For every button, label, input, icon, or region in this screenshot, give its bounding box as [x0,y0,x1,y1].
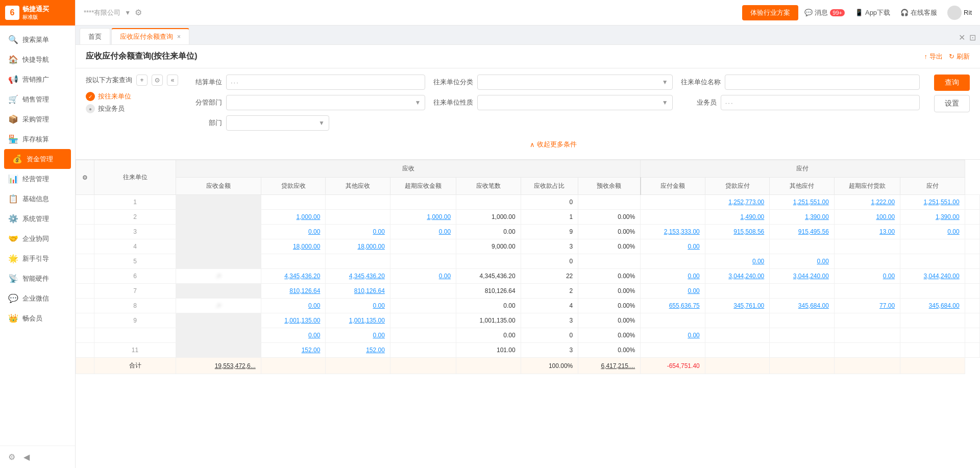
tab-maximize-icon[interactable]: ⊡ [969,33,976,42]
partner-category-input[interactable]: ▼ [477,75,672,90]
data-cell[interactable] [770,284,835,299]
data-cell[interactable] [390,195,456,210]
tab-receivable-payable[interactable]: 应收应付余额查询 × [111,28,189,44]
data-cell[interactable]: 18,000.00 [261,239,326,254]
data-cell[interactable] [834,343,900,358]
messages-button[interactable]: 💬 消息 99+ [804,8,845,17]
filter-collapse-button[interactable]: « [167,75,178,86]
sidebar-item-hardware[interactable]: 📡 智能硬件 [0,268,75,288]
data-cell[interactable] [770,328,835,343]
data-cell[interactable] [834,254,900,269]
data-cell[interactable]: 152.00 [261,343,326,358]
filter-option-salesman[interactable]: ● 按业务员 [86,104,125,113]
data-cell[interactable]: 915,495.56 [770,225,835,239]
sidebar-item-guide[interactable]: 🌟 新手引导 [0,249,75,268]
data-cell[interactable] [770,343,835,358]
data-cell[interactable] [705,313,770,328]
user-profile[interactable]: Rit [947,6,972,20]
footer-recv-amount[interactable]: 19,553,472,6... [176,358,261,374]
data-cell[interactable]: 2,153,333.00 [641,225,705,239]
sidebar-item-wechat[interactable]: 💬 企业微信 [0,288,75,308]
tab-home[interactable]: 首页 [80,28,110,44]
data-cell[interactable]: 0.00 [390,269,456,284]
data-cell[interactable] [900,343,965,358]
sidebar-item-search[interactable]: 🔍 搜索菜单 [0,30,75,50]
filter-collapse-toggle[interactable]: ∧ 收起更多条件 [186,136,920,153]
data-cell[interactable]: 345,684.00 [900,299,965,313]
sidebar-item-inventory[interactable]: 🏪 库存核算 [0,129,75,149]
sidebar-item-marketing[interactable]: 📢 营销推广 [0,69,75,89]
refresh-button[interactable]: ↻ 刷新 [949,52,970,61]
data-cell[interactable]: 1,000.00 [261,210,326,225]
filter-settings-button[interactable]: ⊙ [152,75,163,86]
data-cell[interactable] [900,284,965,299]
data-cell[interactable] [326,254,390,269]
export-button[interactable]: ↑ 导出 [924,52,943,61]
data-cell[interactable]: 345,761.00 [705,299,770,313]
data-cell[interactable] [641,254,705,269]
data-cell[interactable]: 4,345,436.20 [326,269,390,284]
data-cell[interactable]: 3,044,240.00 [770,269,835,284]
table-area[interactable]: ⚙ 往来单位 应收 应付 应收金额 贷款应收 其他应收 超期应收金额 应收笔数 … [76,160,980,468]
data-cell[interactable] [261,195,326,210]
sidebar-item-basic-info[interactable]: 📋 基础信息 [0,189,75,209]
data-cell[interactable]: 810,126.64 [326,284,390,299]
data-cell[interactable] [834,239,900,254]
sidebar-item-quick-nav[interactable]: 🏠 快捷导航 [0,50,75,69]
salesman-input[interactable]: ··· [721,95,920,110]
collapse-sidebar-icon[interactable]: ◀ [23,452,30,462]
data-cell[interactable]: 1,252,773.00 [705,195,770,210]
data-cell[interactable]: 77.00 [834,299,900,313]
data-cell[interactable]: 915,508.56 [705,225,770,239]
sidebar-item-sales[interactable]: 🛒 销售管理 [0,89,75,109]
data-cell[interactable]: 0.00 [390,225,456,239]
data-cell[interactable]: 1,490.00 [705,210,770,225]
data-cell[interactable]: 0.00 [641,284,705,299]
data-cell[interactable]: 100.00 [834,210,900,225]
data-cell[interactable]: 0.00 [900,225,965,239]
data-cell[interactable]: 0.00 [261,328,326,343]
tab-close-window-icon[interactable]: ✕ [959,33,965,42]
data-cell[interactable] [900,239,965,254]
data-cell[interactable]: 0.00 [834,269,900,284]
data-cell[interactable]: 0.00 [261,299,326,313]
footer-recv-advance[interactable]: 6,417,215.... [578,358,641,374]
app-download-button[interactable]: 📱 App下载 [855,8,890,17]
data-cell[interactable]: 0.00 [705,254,770,269]
data-cell[interactable] [834,284,900,299]
dept-input[interactable]: ▼ [226,115,329,131]
data-cell[interactable] [390,239,456,254]
partner-nature-input[interactable]: ▼ [477,95,672,110]
data-cell[interactable]: 13.00 [834,225,900,239]
data-cell[interactable] [834,328,900,343]
data-cell[interactable] [705,284,770,299]
data-cell[interactable]: 1,001,135.00 [261,313,326,328]
data-cell[interactable] [705,343,770,358]
data-cell[interactable] [390,343,456,358]
online-service-button[interactable]: 🎧 在线客服 [900,8,937,17]
data-cell[interactable]: 0.00 [326,299,390,313]
data-cell[interactable] [641,210,705,225]
table-settings-col[interactable]: ⚙ [76,160,94,195]
sidebar-item-finance[interactable]: 💰 资金管理 [4,149,71,169]
data-cell[interactable]: 1,390.00 [900,210,965,225]
data-cell[interactable]: 3,044,240.00 [900,269,965,284]
data-cell[interactable] [390,284,456,299]
data-cell[interactable] [770,239,835,254]
data-cell[interactable] [834,313,900,328]
sidebar-item-operations[interactable]: 📊 经营管理 [0,169,75,189]
data-cell[interactable]: 18,000.00 [326,239,390,254]
data-cell[interactable] [641,195,705,210]
data-cell[interactable] [390,313,456,328]
filter-add-button[interactable]: + [136,75,148,86]
data-cell[interactable]: 0.00 [641,239,705,254]
data-cell[interactable] [390,328,456,343]
partner-name-input[interactable] [725,75,920,90]
query-button[interactable]: 查询 [934,75,970,91]
filter-option-customer[interactable]: ✓ 按往来单位 [86,92,131,101]
cta-button[interactable]: 体验行业方案 [742,5,798,20]
data-cell[interactable]: 0.00 [770,254,835,269]
data-cell[interactable] [641,313,705,328]
data-cell[interactable] [326,210,390,225]
data-cell[interactable]: 0.00 [326,328,390,343]
